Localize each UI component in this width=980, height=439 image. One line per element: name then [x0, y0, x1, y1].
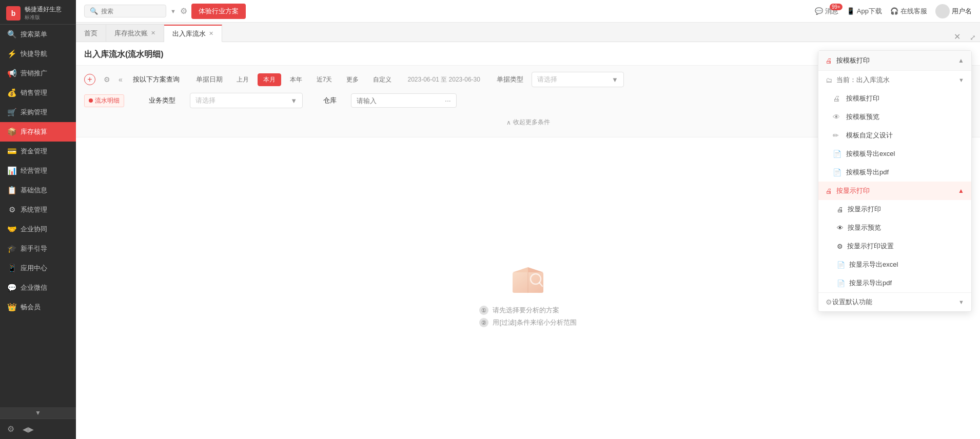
- tab-close-batch[interactable]: ✕: [151, 30, 155, 36]
- biz-type-select[interactable]: 请选择 ▼: [190, 93, 303, 108]
- sidebar: b 畅捷通好生意 标准版 🔍 搜索菜单 ⚡ 快捷导航 📢 营销推广 💰 销售管理…: [0, 0, 76, 439]
- app-download-label: App下载: [857, 7, 882, 16]
- template-preview-item[interactable]: 👁 按模板预览: [818, 108, 971, 126]
- display-print-header[interactable]: 🖨 按显示打印 ▲: [818, 182, 971, 200]
- page-title: 出入库流水(流水明细): [84, 49, 164, 60]
- tab-flow[interactable]: 出入库流水 ✕: [164, 25, 222, 42]
- messages-button[interactable]: 💬 消息 99+: [815, 7, 838, 16]
- sidebar-item-appcenter[interactable]: 📱 应用中心: [0, 258, 76, 278]
- sidebar-label-member: 畅会员: [21, 303, 41, 312]
- app-logo-text: 畅捷通好生意 标准版: [25, 5, 62, 21]
- tab-close-flow[interactable]: ✕: [209, 30, 213, 37]
- dropdown-header-arrow: ▲: [958, 57, 964, 64]
- empty-hints: ① 请先选择要分析的方案 ② 用[过滤]条件来缩小分析范围: [479, 306, 576, 327]
- topbar-right: 💬 消息 99+ 📱 App下载 🎧 在线客服 用户名: [815, 4, 972, 18]
- flow-tag[interactable]: 流水明细: [84, 94, 124, 107]
- sidebar-item-wechat[interactable]: 💬 企业微信: [0, 278, 76, 297]
- filter-tag-custom[interactable]: 自定义: [367, 73, 397, 86]
- sidebar-label-system: 系统管理: [21, 205, 47, 214]
- sidebar-item-collab[interactable]: 🤝 企业协同: [0, 220, 76, 239]
- trial-industry-button[interactable]: 体验行业方案: [191, 4, 246, 19]
- filter-tag-more[interactable]: 更多: [341, 73, 364, 86]
- set-default-icon: ⚙: [826, 298, 832, 306]
- sidebar-label-operation: 经营管理: [21, 166, 47, 175]
- filter-tag-last-month[interactable]: 上月: [231, 73, 254, 86]
- hint-num-1: ①: [479, 306, 488, 315]
- sidebar-item-operation[interactable]: 📊 经营管理: [0, 161, 76, 181]
- collapse-button[interactable]: ∧ 收起更多条件: [506, 118, 550, 127]
- display-settings-icon: ⚙: [837, 243, 843, 250]
- display-print-icon: 🖨: [837, 206, 844, 213]
- display-preview-item[interactable]: 👁 按显示预览: [818, 218, 971, 237]
- filter-tag-this-year[interactable]: 本年: [284, 73, 308, 86]
- sidebar-item-newbie[interactable]: 🎓 新手引导: [0, 239, 76, 258]
- warehouse-text-input[interactable]: [357, 97, 443, 105]
- template-excel-item[interactable]: 📄 按模板导出excel: [818, 145, 971, 163]
- print-dropdown-header[interactable]: 🖨 按模板打印 ▲: [818, 51, 971, 71]
- app-sublabel: 标准版: [25, 14, 62, 21]
- sidebar-item-finance[interactable]: 💳 资金管理: [0, 142, 76, 161]
- settings-icon[interactable]: ⚙: [7, 424, 14, 434]
- collab-icon: 🤝: [7, 225, 16, 234]
- template-pdf-item[interactable]: 📄 按模板导出pdf: [818, 163, 971, 182]
- display-print-item[interactable]: 🖨 按显示打印: [818, 200, 971, 218]
- flow-tag-dot: [89, 98, 93, 103]
- sidebar-item-system[interactable]: ⚙ 系统管理: [0, 200, 76, 220]
- sidebar-scroll-down[interactable]: ▼: [0, 407, 76, 418]
- sidebar-item-member[interactable]: 👑 畅会员: [0, 297, 76, 317]
- message-icon: 💬: [815, 7, 823, 15]
- phone-icon: 📱: [847, 7, 855, 15]
- close-all-tabs-icon[interactable]: ✕: [949, 32, 966, 42]
- search-input[interactable]: [101, 8, 152, 15]
- display-print-settings-item[interactable]: ⚙ 按显示打印设置: [818, 237, 971, 255]
- warehouse-more-icon[interactable]: ···: [445, 96, 451, 105]
- template-excel-icon: 📄: [833, 150, 842, 158]
- user-avatar: [935, 4, 950, 18]
- tab-batch[interactable]: 库存批次账 ✕: [106, 24, 164, 42]
- filter-tag-7days[interactable]: 近7天: [311, 73, 338, 86]
- sidebar-item-quick-nav[interactable]: ⚡ 快捷导航: [0, 44, 76, 64]
- app-download-button[interactable]: 📱 App下载: [847, 7, 882, 16]
- filter-tag-this-month[interactable]: 本月: [258, 73, 281, 86]
- warehouse-input[interactable]: ···: [351, 93, 457, 108]
- sidebar-label-marketing: 营销推广: [21, 69, 47, 78]
- topbar-search-box[interactable]: 🔍: [84, 5, 166, 17]
- hint-num-2: ②: [479, 318, 488, 327]
- sidebar-item-sales[interactable]: 💰 销售管理: [0, 83, 76, 103]
- template-custom-icon: ✏: [833, 131, 842, 139]
- template-custom-item[interactable]: ✏ 模板自定义设计: [818, 126, 971, 145]
- sidebar-label-collab: 企业协同: [21, 225, 47, 234]
- sidebar-label-newbie: 新手引导: [21, 244, 47, 253]
- current-template-item[interactable]: 🗂 当前：出入库流水 ▼: [818, 71, 971, 89]
- set-default-arrow: ▼: [958, 299, 964, 305]
- tab-home[interactable]: 首页: [76, 24, 106, 42]
- sidebar-item-basic[interactable]: 📋 基础信息: [0, 181, 76, 200]
- tab-label-batch: 库存批次账: [114, 29, 148, 38]
- set-default-item[interactable]: ⚙ 设置默认功能 ▼: [818, 292, 971, 311]
- print-dropdown-panel: 🖨 按模板打印 ▲ 🗂 当前：出入库流水 ▼ 🖨 按模板打印 👁 按模板预览 ✏…: [818, 50, 972, 312]
- sidebar-item-inventory[interactable]: 📦 库存核算: [0, 122, 76, 142]
- biz-type-arrow: ▼: [290, 97, 297, 105]
- display-excel-icon: 📄: [837, 261, 845, 269]
- display-pdf-item[interactable]: 📄 按显示导出pdf: [818, 274, 971, 292]
- filter-settings-icon[interactable]: ⚙: [104, 75, 110, 84]
- customer-service-label: 在线客服: [900, 7, 927, 16]
- sidebar-label-appcenter: 应用中心: [21, 264, 47, 273]
- tabs-expand-icon[interactable]: ⤢: [966, 33, 980, 42]
- search-dropdown-arrow[interactable]: ▼: [170, 8, 176, 14]
- user-profile-button[interactable]: 用户名: [935, 4, 972, 18]
- template-print-icon: 🖨: [833, 94, 842, 103]
- collapse-sidebar-icon[interactable]: ◀▶: [23, 425, 34, 433]
- sidebar-item-search[interactable]: 🔍 搜索菜单: [0, 25, 76, 44]
- template-print-item[interactable]: 🖨 按模板打印: [818, 89, 971, 108]
- filter-type-select[interactable]: 请选择 ▼: [532, 72, 624, 87]
- topbar-gear-icon[interactable]: ⚙: [180, 6, 187, 16]
- add-filter-button[interactable]: +: [84, 74, 95, 85]
- display-excel-item[interactable]: 📄 按显示导出excel: [818, 255, 971, 274]
- filter-collapse-icon[interactable]: «: [119, 75, 123, 84]
- current-arrow: ▼: [958, 77, 964, 83]
- sidebar-item-marketing[interactable]: 📢 营销推广: [0, 64, 76, 83]
- customer-service-button[interactable]: 🎧 在线客服: [890, 7, 927, 16]
- hint-1: ① 请先选择要分析的方案: [479, 306, 559, 315]
- sidebar-item-purchase[interactable]: 🛒 采购管理: [0, 103, 76, 122]
